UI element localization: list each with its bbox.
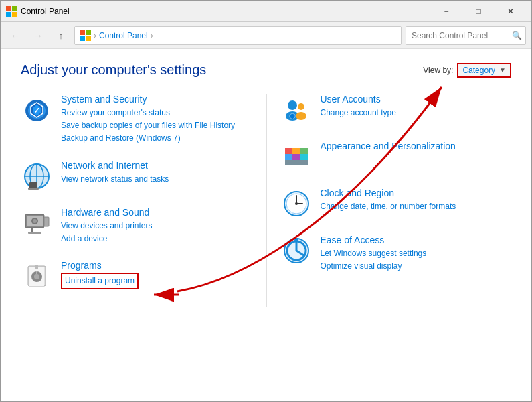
user-accounts-title[interactable]: User Accounts [321, 94, 512, 105]
user-accounts-icon [280, 94, 313, 126]
network-content: Network and Internet View network status… [61, 160, 253, 186]
svg-rect-4 [80, 30, 85, 35]
user-accounts-content: User Accounts Change account type [321, 94, 512, 119]
network-title[interactable]: Network and Internet [61, 160, 253, 171]
system-security-title[interactable]: System and Security [61, 94, 253, 105]
svg-text:✓: ✓ [33, 106, 40, 115]
appearance-title[interactable]: Appearance and Personalization [321, 141, 512, 151]
svg-rect-44 [292, 154, 300, 160]
category-system-security: ✓ System and Security Review your comput… [21, 94, 253, 145]
page-title: Adjust your computer's settings [21, 62, 206, 78]
svg-rect-30 [35, 265, 38, 269]
svg-rect-2 [6, 12, 11, 17]
content-area: Adjust your computer's settings View by:… [1, 49, 531, 401]
clock-icon [280, 188, 313, 220]
hardware-link-1[interactable]: View devices and printers [61, 220, 253, 232]
system-security-content: System and Security Review your computer… [61, 94, 253, 145]
window-icon [6, 6, 17, 17]
svg-point-31 [34, 274, 39, 279]
breadcrumb-separator-2: › [151, 31, 153, 40]
svg-rect-7 [86, 36, 91, 41]
svg-rect-1 [12, 6, 17, 11]
svg-rect-6 [80, 36, 85, 41]
programs-title[interactable]: Programs [61, 260, 253, 271]
svg-rect-40 [285, 148, 292, 154]
category-programs: Programs Uninstall a program [21, 260, 253, 292]
system-security-link-2[interactable]: Save backup copies of your files with Fi… [61, 119, 253, 132]
window-controls: − □ ✕ [431, 1, 526, 21]
window-title: Control Panel [21, 7, 431, 16]
ease-access-link-2[interactable]: Optimize visual display [321, 260, 512, 273]
svg-rect-3 [12, 12, 17, 17]
programs-link-uninstall[interactable]: Uninstall a program [61, 273, 139, 289]
svg-rect-26 [28, 232, 41, 234]
svg-rect-41 [292, 148, 300, 154]
programs-content: Programs Uninstall a program [61, 260, 253, 289]
ease-access-content: Ease of Access Let Windows suggest setti… [321, 234, 512, 273]
svg-rect-19 [28, 188, 39, 190]
category-hardware-sound: Hardware and Sound View devices and prin… [21, 207, 253, 245]
ease-access-title[interactable]: Ease of Access [321, 234, 512, 245]
search-icon: 🔍 [512, 31, 522, 40]
forward-button[interactable]: → [29, 26, 48, 45]
svg-point-54 [294, 238, 298, 242]
hardware-content: Hardware and Sound View devices and prin… [61, 207, 253, 245]
hardware-icon [21, 207, 53, 239]
minimize-button[interactable]: − [431, 1, 462, 21]
network-link-1[interactable]: View network status and tasks [61, 173, 253, 186]
user-accounts-link-1[interactable]: Change account type [321, 107, 512, 119]
system-security-icon: ✓ [21, 94, 53, 126]
svg-point-23 [33, 219, 37, 223]
view-by-section: View by: Category ▼ [423, 63, 511, 78]
breadcrumb: › Control Panel › [74, 26, 402, 45]
svg-rect-45 [300, 154, 308, 160]
back-button[interactable]: ← [6, 26, 25, 45]
category-ease-access: Ease of Access Let Windows suggest setti… [280, 234, 512, 273]
dropdown-arrow-icon: ▼ [499, 66, 506, 74]
system-security-link-3[interactable]: Backup and Restore (Windows 7) [61, 132, 253, 145]
programs-icon [21, 260, 53, 292]
clock-region-title[interactable]: Clock and Region [321, 188, 512, 198]
search-input[interactable] [412, 31, 512, 40]
maximize-button[interactable]: □ [463, 1, 494, 21]
right-column: User Accounts Change account type [266, 94, 512, 307]
view-by-value: Category [462, 66, 495, 75]
breadcrumb-icon [80, 30, 91, 41]
svg-point-33 [288, 100, 297, 110]
clock-region-link-1[interactable]: Change date, time, or number formats [321, 200, 512, 213]
svg-point-51 [295, 202, 298, 205]
ease-access-link-1[interactable]: Let Windows suggest settings [321, 247, 512, 260]
svg-rect-46 [285, 160, 308, 165]
svg-rect-0 [6, 6, 11, 11]
view-by-dropdown[interactable]: Category ▼ [457, 63, 511, 78]
up-button[interactable]: ↑ [52, 26, 70, 45]
ease-access-icon [280, 234, 313, 267]
svg-point-36 [296, 112, 306, 120]
hardware-title[interactable]: Hardware and Sound [61, 207, 253, 218]
navigation-bar: ← → ↑ › Control Panel › 🔍 [1, 22, 531, 49]
network-icon [21, 160, 53, 192]
view-by-label: View by: [423, 66, 453, 75]
appearance-icon [280, 141, 313, 173]
svg-point-35 [298, 103, 304, 110]
category-network-internet: Network and Internet View network status… [21, 160, 253, 192]
search-bar[interactable]: 🔍 [406, 26, 526, 45]
breadcrumb-item[interactable]: Control Panel [99, 31, 148, 40]
left-column: ✓ System and Security Review your comput… [21, 94, 266, 307]
svg-rect-24 [44, 217, 49, 226]
appearance-content: Appearance and Personalization [321, 141, 512, 153]
categories-grid: ✓ System and Security Review your comput… [21, 94, 511, 307]
hardware-link-2[interactable]: Add a device [61, 232, 253, 245]
content-header: Adjust your computer's settings View by:… [21, 62, 511, 78]
category-appearance: Appearance and Personalization [280, 141, 512, 173]
clock-region-content: Clock and Region Change date, time, or n… [321, 188, 512, 213]
system-security-link-1[interactable]: Review your computer's status [61, 107, 253, 119]
category-user-accounts: User Accounts Change account type [280, 94, 512, 126]
title-bar: Control Panel − □ ✕ [1, 1, 531, 22]
svg-rect-43 [285, 154, 292, 160]
svg-rect-42 [300, 148, 308, 154]
svg-rect-5 [86, 30, 91, 35]
category-clock-region: Clock and Region Change date, time, or n… [280, 188, 512, 220]
close-button[interactable]: ✕ [495, 1, 526, 21]
breadcrumb-separator: › [94, 31, 96, 40]
